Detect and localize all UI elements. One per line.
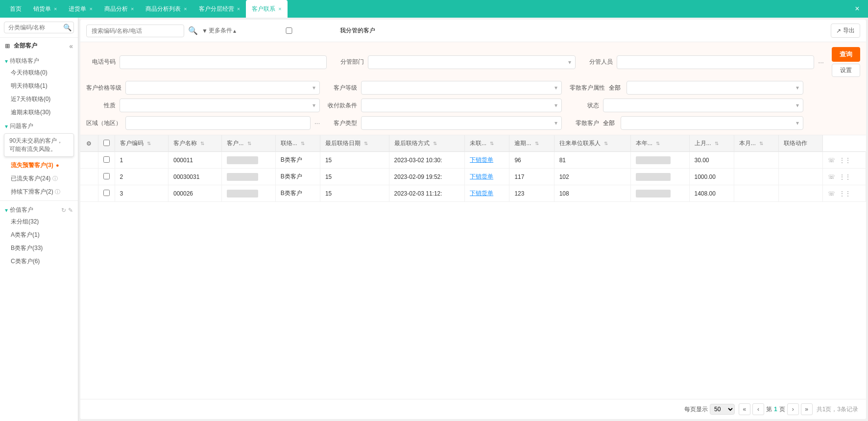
export-button[interactable]: ↗ 导出 (831, 24, 860, 38)
row-actions[interactable]: ☏ ⋮⋮ (822, 152, 866, 169)
nav-product-analysis-list[interactable]: 商品分析列表 × (140, 0, 193, 18)
sidebar-item-class-b[interactable]: B类客户(33) (0, 242, 78, 255)
nav-home[interactable]: 首页 (4, 0, 27, 18)
nav-purchase-order[interactable]: 进货单 × (63, 0, 98, 18)
row-actions[interactable]: ☏ ⋮⋮ (822, 169, 866, 185)
action-more-icon[interactable]: ⋮⋮ (839, 173, 851, 180)
sort-month-icon[interactable]: ⇅ (759, 141, 763, 146)
sidebar-item-churn-warning[interactable]: 流失预警客户(3) ● (0, 159, 78, 172)
close-product-analysis-list-icon[interactable]: × (184, 6, 187, 12)
sidebar-collapse-icon[interactable]: « (69, 42, 73, 50)
row-checkbox[interactable] (103, 156, 110, 163)
edit-icon[interactable]: ✎ (68, 207, 73, 214)
action-contact-icon[interactable]: ☏ (828, 190, 835, 197)
close-all-button[interactable]: × (850, 2, 864, 16)
more-btn-person[interactable]: ··· (818, 58, 824, 66)
row-checkbox-cell[interactable] (98, 152, 115, 169)
sidebar-item-overdue[interactable]: 逾期未联络(30) (0, 106, 78, 119)
row-actions[interactable]: ☏ ⋮⋮ (822, 185, 866, 202)
first-page-button[interactable]: « (739, 403, 750, 415)
per-page-select[interactable]: 50 100 200 (710, 404, 735, 415)
sidebar-item-churned[interactable]: 已流失客户(24) ⓘ (0, 172, 78, 185)
filter-customer-tier-select[interactable]: ▾ (361, 81, 561, 95)
action-contact-icon[interactable]: ☏ (828, 157, 835, 164)
filter-person-input[interactable] (617, 55, 815, 69)
query-button[interactable]: 查询 (832, 47, 860, 62)
search-button[interactable]: 🔍 (188, 26, 198, 35)
prev-page-button[interactable]: ‹ (752, 403, 764, 415)
sidebar-item-class-a[interactable]: A类客户(1) (0, 228, 78, 242)
filter-region-input[interactable] (125, 116, 311, 130)
sidebar-item-class-c[interactable]: C类客户(6) (0, 255, 78, 268)
last-page-button[interactable]: » (801, 403, 813, 415)
search-input[interactable] (86, 25, 184, 37)
sidebar-section-value[interactable]: ▾ 价值客户 ↻ ✎ (0, 203, 78, 215)
gear-column-header[interactable]: ⚙ (80, 135, 98, 152)
row-last-method[interactable]: 下销货单 (465, 169, 509, 185)
row-contact-person: ████ (630, 152, 689, 169)
close-product-analysis-icon[interactable]: × (131, 6, 134, 12)
row-checkbox[interactable] (103, 190, 110, 196)
filter-price-tier-select[interactable]: ▾ (125, 81, 320, 95)
filter-phone-input[interactable] (120, 55, 327, 69)
my-customers-checkbox[interactable] (240, 27, 338, 34)
refresh-icon[interactable]: ↻ (61, 207, 66, 214)
filter-dept-select[interactable]: ▾ (368, 55, 575, 69)
action-contact-icon[interactable]: ☏ (828, 173, 835, 180)
close-customer-contact-icon[interactable]: × (278, 6, 281, 12)
col-header-last-date: 最后联络日期 ⇅ (320, 135, 389, 152)
filter-nature-select[interactable]: ▾ (120, 99, 320, 112)
col-header-overdue: 逾期... ⇅ (509, 135, 554, 152)
settings-button[interactable]: 设置 (832, 64, 860, 77)
filter-customer-type-select[interactable]: ▾ (361, 116, 561, 130)
nav-customer-tier[interactable]: 客户分层经营 × (193, 0, 246, 18)
sort-date-icon[interactable]: ⇅ (364, 141, 368, 146)
sort-type-icon[interactable]: ⇅ (247, 141, 251, 146)
sort-cp-icon[interactable]: ⇅ (604, 141, 608, 146)
close-purchase-order-icon[interactable]: × (89, 6, 92, 12)
my-customers-checkbox-label[interactable]: 我分管的客户 (240, 26, 375, 35)
sort-overdue-icon[interactable]: ⇅ (535, 141, 539, 146)
row-uncontacted: 117 (509, 169, 554, 185)
more-conditions-btn[interactable]: ▼ 更多条件 ▴ (202, 26, 236, 35)
sort-code-icon[interactable]: ⇅ (147, 141, 151, 146)
sidebar-item-tomorrow[interactable]: 明天待联络(1) (0, 79, 78, 93)
action-more-icon[interactable]: ⋮⋮ (839, 157, 851, 164)
nav-sales-order[interactable]: 销货单 × (27, 0, 63, 18)
row-checkbox-cell[interactable] (98, 169, 115, 185)
close-customer-tier-icon[interactable]: × (237, 6, 240, 12)
sidebar-item-7days[interactable]: 近7天待联络(0) (0, 93, 78, 106)
sort-year-icon[interactable]: ⇅ (656, 141, 660, 146)
row-last-method[interactable]: 下销货单 (465, 152, 509, 169)
select-all-checkbox[interactable] (103, 140, 110, 146)
close-sales-order-icon[interactable]: × (54, 6, 57, 12)
filter-retail-attr-select[interactable]: ▾ (627, 81, 803, 95)
nav-customer-contact[interactable]: 客户联系 × (246, 0, 287, 18)
chevron-down-icon: ▴ (233, 27, 236, 34)
next-page-button[interactable]: › (787, 403, 799, 415)
sidebar-section-problem[interactable]: ▾ 问题客户 (0, 119, 78, 131)
filter-retail-customer-select[interactable]: ▾ (621, 116, 803, 130)
nav-product-analysis[interactable]: 商品分析 × (98, 0, 140, 18)
sort-uncontact-icon[interactable]: ⇅ (490, 141, 494, 146)
filter-payment-select[interactable]: ▾ (361, 99, 561, 112)
sidebar-item-today[interactable]: 今天待联络(0) (0, 66, 78, 79)
row-checkbox-cell[interactable] (98, 185, 115, 202)
main-layout: 🔍 ⊞ 全部客户 « ▾ 待联络客户 今天待联络(0) 明天待联络(1) 近7天… (0, 18, 868, 421)
sidebar-item-unclassified[interactable]: 未分组(32) (0, 215, 78, 228)
sidebar-item-declining[interactable]: 持续下滑客户(2) ⓘ (0, 185, 78, 198)
checkbox-column-header[interactable] (98, 135, 115, 152)
action-more-icon[interactable]: ⋮⋮ (839, 190, 851, 197)
more-btn-region[interactable]: ··· (314, 119, 320, 127)
action-buttons: 查询 设置 (832, 47, 860, 77)
sort-contact-icon[interactable]: ⇅ (301, 141, 305, 146)
row-last-method[interactable]: 下销货单 (465, 185, 509, 202)
sidebar-all-customers[interactable]: ⊞ 全部客户 « (0, 38, 78, 54)
row-last-date: 2023-02-09 19:52: (389, 169, 465, 185)
sidebar-section-pending[interactable]: ▾ 待联络客户 (0, 54, 78, 66)
row-checkbox[interactable] (103, 173, 110, 179)
sort-lmonth-icon[interactable]: ⇅ (715, 141, 719, 146)
sort-method-icon[interactable]: ⇅ (433, 141, 437, 146)
filter-status-select[interactable]: ▾ (603, 99, 803, 112)
sort-name-icon[interactable]: ⇅ (200, 141, 204, 146)
